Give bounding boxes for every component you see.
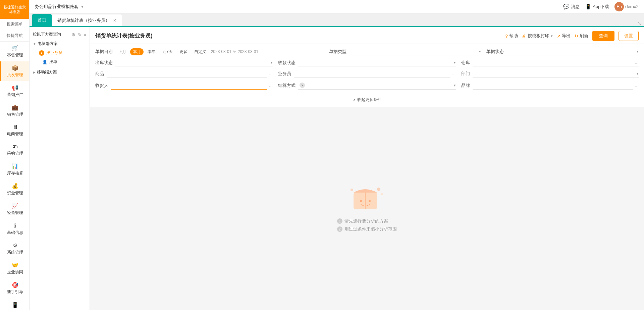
data-area: 1 请先选择要分析的方案 2 用过滤条件来缩小分析范围	[90, 107, 644, 310]
scheme-group-mobile-header[interactable]: ▶ 移动端方案	[30, 68, 90, 77]
scheme-item-icon-salesperson: ●	[39, 50, 44, 56]
brand-input[interactable]	[473, 82, 633, 90]
tab-expand-icon[interactable]: ⤡	[637, 21, 641, 26]
doc-type-select[interactable]: ▾	[349, 48, 481, 55]
salesperson-input[interactable]	[294, 70, 450, 78]
topbar-left: 办公用品行业模拟账套 ▾	[35, 4, 84, 10]
system-icon: ⚙	[13, 242, 17, 249]
date-tab-this-month[interactable]: 本月	[130, 48, 144, 55]
goods-input[interactable]	[107, 70, 267, 78]
app-download-button[interactable]: 📱 App下载	[585, 4, 609, 10]
sidebar-item-inventory[interactable]: 📊 库存核算	[0, 160, 29, 179]
sidebar-search[interactable]: 搜索菜单	[0, 19, 29, 30]
out-status-label: 出库状态	[95, 60, 113, 66]
receipt-status-select[interactable]: ▾	[298, 59, 455, 66]
sidebar-item-retail[interactable]: 🛒 零售管理	[0, 42, 29, 61]
svg-point-4	[351, 189, 353, 191]
warehouse-dots[interactable]: …	[635, 60, 639, 65]
sidebar-item-marketing[interactable]: 📢 营销推广	[0, 81, 29, 101]
sidebar-item-system[interactable]: ⚙ 系统管理	[0, 239, 29, 259]
sidebar-item-ecommerce[interactable]: 🖥 电商管理	[0, 121, 29, 140]
refresh-button[interactable]: ↻ 刷新	[575, 33, 588, 39]
topbar-page-title: 办公用品行业模拟账套	[35, 4, 78, 10]
main-area: 办公用品行业模拟账套 ▾ 💬 消息 📱 App下载 Ea demo2 首页	[30, 0, 644, 310]
user-avatar-area[interactable]: Ea demo2	[614, 2, 639, 11]
filter-brand: 品牌 …	[461, 82, 639, 90]
date-tab-more[interactable]: 更多	[177, 48, 190, 55]
message-icon: 💬	[563, 4, 570, 10]
settlement-clear-button[interactable]: ×	[300, 83, 305, 88]
filter-warehouse: 仓库 …	[461, 59, 639, 66]
brand-dots[interactable]: …	[635, 83, 639, 88]
consignee-label: 收货人	[95, 83, 108, 89]
topbar-dropdown-icon[interactable]: ▾	[81, 4, 84, 9]
edit-scheme-button[interactable]: ✎	[77, 32, 82, 37]
topbar-right: 💬 消息 📱 App下载 Ea demo2	[563, 2, 639, 11]
query-button[interactable]: 查询	[592, 31, 614, 41]
collapse-button[interactable]: ∧ 收起更多条件	[353, 95, 381, 105]
print-icon: 🖨	[522, 34, 526, 39]
empty-state: 1 请先选择要分析的方案 2 用过滤条件来缩小分析范围	[337, 183, 397, 234]
svg-point-6	[369, 200, 371, 202]
settlement-label: 结算方式	[278, 83, 296, 89]
scheme-item-by-order[interactable]: 👤 按单	[30, 57, 90, 66]
out-status-select[interactable]: ▾	[115, 59, 273, 66]
settlement-select[interactable]: × ▾	[298, 81, 455, 90]
salesperson-dots[interactable]: …	[452, 71, 456, 76]
purchase-icon: 🛍	[12, 144, 18, 150]
tab-sales-stat[interactable]: 销货单统计表（按业务员） ✕	[52, 14, 122, 26]
sidebar-item-basic[interactable]: ℹ 基础信息	[0, 219, 29, 239]
scheme-group-mobile: ▶ 移动端方案	[30, 68, 90, 77]
empty-text-list: 1 请先选择要分析的方案 2 用过滤条件来缩小分析范围	[337, 218, 397, 234]
date-label: 单据日期	[95, 49, 113, 55]
collapse-arrow-icon: ∧	[353, 98, 356, 102]
sidebar-item-operations[interactable]: 📈 经营管理	[0, 199, 29, 219]
date-range-value: 2023-03-01 至 2023-03-31	[211, 49, 258, 55]
sub-icon-order: 👤	[42, 60, 47, 64]
settings-button[interactable]: 设置	[619, 31, 639, 41]
app-logo: 畅捷通好生意 标准版	[0, 0, 29, 19]
empty-hint-2: 2 用过滤条件来缩小分析范围	[337, 226, 397, 232]
date-tab-last-month[interactable]: 上月	[115, 48, 129, 55]
sidebar-nav: 🛒 零售管理 📦 批发管理 📢 营销推广 💼 销售管理 🖥 电商管理 🛍 采购管…	[0, 42, 29, 310]
department-label: 部门	[461, 71, 470, 77]
sidebar-item-app-center[interactable]: 📱 应用中心	[0, 298, 29, 310]
wholesale-icon: 📦	[12, 65, 18, 71]
sidebar-item-purchase[interactable]: 🛍 采购管理	[0, 140, 29, 160]
sidebar-item-wholesale[interactable]: 📦 批发管理	[0, 61, 29, 81]
add-scheme-button[interactable]: ⊕	[71, 32, 75, 37]
consignee-dots[interactable]: …	[269, 83, 273, 88]
message-button[interactable]: 💬 消息	[563, 4, 580, 10]
filter-panel-actions: ⊕ ✎ «	[71, 32, 86, 37]
collapse-panel-button[interactable]: «	[84, 32, 86, 37]
brand-label: 品牌	[461, 83, 470, 89]
date-tab-custom[interactable]: 自定义	[192, 48, 209, 55]
template-print-button[interactable]: 🖨 按模板打印 ▾	[522, 33, 553, 39]
consignee-input[interactable]	[111, 82, 267, 90]
sidebar-item-finance[interactable]: 💰 资金管理	[0, 179, 29, 199]
export-button[interactable]: ↗ 导出	[557, 33, 571, 39]
doc-status-dropdown-arrow: ▾	[637, 49, 639, 54]
goods-dots[interactable]: …	[269, 71, 273, 76]
page-actions: ? 帮助 🖨 按模板打印 ▾ ↗ 导出 ↻ 刷新	[505, 31, 639, 41]
filter-date: 单据日期 上月 本月 本年 近7天 更多 自定义 2023-03-01 至 20…	[95, 48, 324, 55]
help-button[interactable]: ? 帮助	[505, 33, 518, 39]
doc-status-select[interactable]: ▾	[506, 48, 639, 55]
scheme-item-by-salesperson[interactable]: ● 按业务员	[30, 48, 90, 57]
warehouse-select[interactable]: …	[473, 59, 639, 66]
scheme-group-desktop-header[interactable]: ▼ 电脑端方案	[30, 39, 90, 48]
sidebar-item-newbie[interactable]: 🎯 新手引导	[0, 278, 29, 298]
print-dropdown-icon[interactable]: ▾	[551, 34, 553, 38]
tab-close-button[interactable]: ✕	[113, 18, 116, 23]
department-select[interactable]: ▾	[473, 70, 639, 78]
refresh-icon: ↻	[575, 34, 578, 39]
filter-department: 部门 ▾	[461, 70, 639, 78]
finance-icon: 💰	[12, 183, 18, 189]
date-tab-this-year[interactable]: 本年	[145, 48, 158, 55]
date-tab-7days[interactable]: 近7天	[160, 48, 175, 55]
sidebar-quick-nav[interactable]: 快捷导航	[0, 30, 29, 42]
filter-out-status: 出库状态 ▾	[95, 59, 273, 66]
sidebar-item-cooperation[interactable]: 🤝 企业协同	[0, 259, 29, 278]
sidebar-item-sales[interactable]: 💼 销售管理	[0, 101, 29, 121]
tab-home[interactable]: 首页	[32, 14, 52, 26]
